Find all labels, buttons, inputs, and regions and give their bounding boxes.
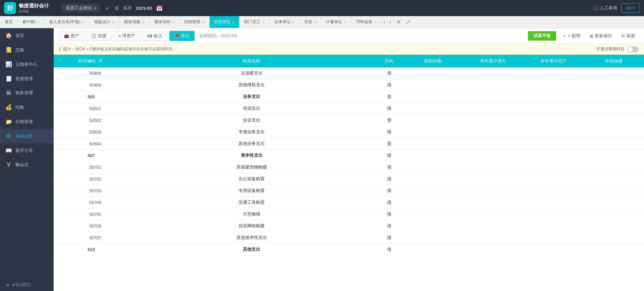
- table-row[interactable]: 50703 专用设备购置 借: [54, 185, 644, 197]
- cell-code: 50501: [54, 103, 127, 114]
- sub-tab-net-assets-label: 净资产: [122, 33, 135, 39]
- account-button[interactable]: 会计: [621, 3, 640, 13]
- calendar-icon[interactable]: 📅: [156, 5, 163, 11]
- tab-nav-next[interactable]: ›: [388, 16, 394, 28]
- more-button[interactable]: ⊞ 更多操作: [586, 31, 615, 41]
- chevron-down-icon: ▾: [94, 6, 96, 11]
- tab-close-icon[interactable]: ×: [232, 20, 234, 24]
- tab-template[interactable]: 模版设计 ×: [90, 16, 119, 28]
- cell-code: 50706: [54, 220, 127, 232]
- cell-opening: [402, 138, 463, 150]
- add-button[interactable]: ＋ + 新增: [559, 31, 584, 41]
- tab-close-icon[interactable]: ×: [262, 20, 264, 24]
- tab-subject-init[interactable]: 科目期初 ×: [210, 16, 239, 28]
- table-row[interactable]: 507 资本性支出 借: [54, 150, 644, 161]
- sub-tab-liability[interactable]: 📋 负债: [86, 31, 111, 41]
- col-header-ytd-debit: 本年累计借方: [463, 55, 523, 67]
- support-button[interactable]: 🎧 人工咨询: [593, 5, 617, 11]
- sidebar-item-vip[interactable]: V 畅会员: [0, 158, 54, 172]
- tab-expand-button[interactable]: ⤢: [404, 16, 413, 28]
- tab-archive[interactable]: 归档管理 ×: [179, 16, 209, 28]
- cell-name: 专项业务支出: [127, 126, 376, 138]
- tab-close-icon[interactable]: ×: [314, 20, 316, 24]
- sidebar-item-cloud-report[interactable]: 📊 云报表中心: [0, 57, 54, 71]
- cell-ytd-debit: [463, 126, 523, 138]
- table-row[interactable]: 50501 培训支出 借: [54, 103, 644, 114]
- headset-icon: 🎧: [593, 6, 598, 11]
- tab-close-icon[interactable]: ×: [142, 20, 144, 24]
- tab-close-icon[interactable]: ×: [292, 20, 294, 24]
- sidebar-item-settings[interactable]: ⚙ 基础设置: [0, 129, 54, 143]
- collapse-label: ◄取消固定: [11, 282, 32, 288]
- sidebar-item-settle[interactable]: 💰 结账: [0, 100, 54, 114]
- table-row[interactable]: 50707 其他资本性支出 借: [54, 232, 644, 244]
- cell-name: 资本性支出: [127, 150, 376, 161]
- table-row[interactable]: 505 业务支出 借: [54, 91, 644, 103]
- table-row[interactable]: 50502 会议支出 借: [54, 114, 644, 126]
- sidebar-item-guide[interactable]: 📖 新手引导: [0, 143, 54, 158]
- cell-direction: 借: [376, 103, 402, 114]
- table-row[interactable]: 50704 交通工具购置 借: [54, 197, 644, 208]
- cell-direction: 借: [376, 91, 402, 103]
- table-row[interactable]: 50701 房屋建筑物购建 借: [54, 161, 644, 173]
- sub-tab-income-label: 收入: [154, 33, 162, 39]
- cell-direction: 借: [376, 173, 402, 185]
- cell-code: 50707: [54, 232, 127, 244]
- table-row[interactable]: 50705 大型修缮 借: [54, 208, 644, 220]
- sub-tab-net-assets[interactable]: ≡ 净资产: [113, 31, 140, 41]
- tab-nav-prev[interactable]: ‹: [381, 16, 387, 28]
- cell-year-opening: [584, 126, 644, 138]
- col-header-year-opening: 年初余额: [584, 55, 644, 67]
- tab-close-icon[interactable]: ×: [38, 20, 40, 24]
- sidebar-item-home[interactable]: 🏠 首页: [0, 28, 54, 43]
- tab-dept[interactable]: 部门员工 ×: [239, 16, 269, 28]
- sub-tab-expense[interactable]: 📤 支出: [169, 31, 195, 41]
- tab-currency[interactable]: 币种设置 ×: [352, 16, 381, 28]
- table-row[interactable]: 50406 其他维权支出 借: [54, 79, 644, 91]
- cell-opening: [402, 173, 463, 185]
- tab-close-icon[interactable]: ×: [172, 20, 174, 24]
- tab-contacts[interactable]: 往来单位 ×: [270, 16, 300, 28]
- sub-tab-assets[interactable]: 💼 资产: [59, 31, 84, 41]
- cell-opening: [402, 220, 463, 232]
- tab-e-midterm[interactable]: 𝙀(中期) ×: [18, 16, 45, 28]
- tab-unit[interactable]: 计量单位 ×: [321, 16, 351, 28]
- tab-close-all-button[interactable]: ✕: [394, 16, 404, 28]
- cell-opening: [402, 150, 463, 161]
- table-row[interactable]: 510 其他支出 借: [54, 244, 644, 255]
- disable-toggle[interactable]: [627, 46, 639, 52]
- tab-close-icon[interactable]: ×: [344, 20, 346, 24]
- tab-period-end[interactable]: 期末结转 ×: [150, 16, 179, 28]
- table-row[interactable]: 50504 其他业务支出 借: [54, 138, 644, 150]
- table-row[interactable]: 50405 运温暖支出 借: [54, 67, 644, 79]
- refresh-button[interactable]: ↻ 刷新: [618, 31, 639, 41]
- tab-home[interactable]: 首页: [0, 16, 18, 28]
- cell-ytd-credit: [523, 244, 584, 255]
- tab-close-icon[interactable]: ×: [82, 20, 84, 24]
- tab-close-icon[interactable]: ×: [374, 20, 376, 24]
- sub-tab-income[interactable]: 💵 收入: [142, 31, 167, 41]
- sidebar-item-archive[interactable]: 📁 归档管理: [0, 114, 54, 129]
- add-tab-icon[interactable]: ＋: [104, 4, 110, 12]
- table-row[interactable]: 50706 信息网络购建 借: [54, 220, 644, 232]
- settings-icon[interactable]: ⚙: [114, 5, 119, 11]
- cell-ytd-debit: [463, 67, 523, 79]
- tab-inventory[interactable]: 存货 ×: [300, 16, 321, 28]
- calc-balance-button[interactable]: 试算平衡: [528, 31, 556, 41]
- sidebar-item-ledger[interactable]: 📒 总账: [0, 43, 54, 57]
- sidebar-item-tax[interactable]: 🏛 税务管理: [0, 86, 54, 100]
- cell-year-opening: [584, 197, 644, 208]
- cell-name: 其他业务支出: [127, 138, 376, 150]
- table-row[interactable]: 50702 办公设备购置 借: [54, 173, 644, 185]
- sidebar-collapse-button[interactable]: ◄ ◄取消固定: [0, 278, 54, 291]
- cell-direction: 借: [376, 138, 402, 150]
- sidebar-item-invoice[interactable]: 🧾 发票管理: [0, 71, 54, 86]
- col-settings-icon[interactable]: ⚙: [99, 58, 103, 63]
- tab-close-icon[interactable]: ×: [202, 20, 204, 24]
- tab-close-icon[interactable]: ×: [112, 20, 114, 24]
- tab-tax-label: 税表清册: [124, 19, 140, 25]
- table-row[interactable]: 50503 专项业务支出 借: [54, 126, 644, 138]
- tab-tax[interactable]: 税表清册 ×: [119, 16, 149, 28]
- company-selector[interactable]: 基层工会测试 ▾: [62, 4, 100, 12]
- tab-income-annual[interactable]: 收入支出表(年报) ×: [45, 16, 89, 28]
